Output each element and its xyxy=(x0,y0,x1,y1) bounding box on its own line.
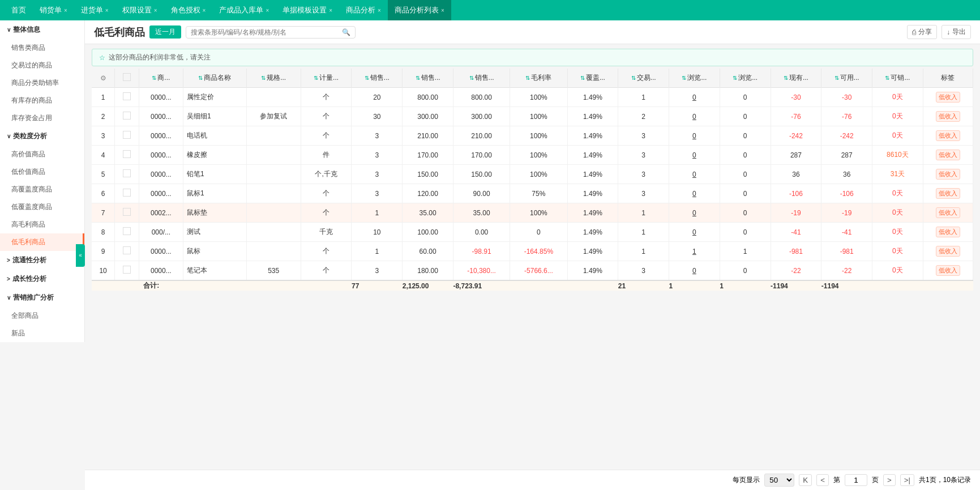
sidebar-item-sales-goods[interactable]: 销售类商品 xyxy=(0,39,84,57)
row-checkbox[interactable] xyxy=(115,107,139,126)
sidebar-section-growth[interactable]: > 成长性分析 xyxy=(0,270,84,288)
col-sellable[interactable]: ⇅可销... xyxy=(872,69,923,88)
row-views1[interactable]: 0 xyxy=(669,184,720,203)
row-checkbox[interactable] xyxy=(115,184,139,203)
row-views1[interactable]: 0 xyxy=(669,126,720,146)
row-checkbox[interactable] xyxy=(115,165,139,184)
row-sales-qty: 3 xyxy=(352,261,403,281)
sidebar-item-high-coverage[interactable]: 高覆盖度商品 xyxy=(0,181,84,198)
col-gear[interactable]: ⚙ xyxy=(92,69,115,88)
sidebar-item-high-value[interactable]: 高价值商品 xyxy=(0,146,84,163)
export-btn[interactable]: ↓ 导出 xyxy=(942,25,971,39)
row-coverage: 1.49% xyxy=(567,165,618,184)
next-page-btn[interactable]: > xyxy=(883,474,896,486)
col-views2[interactable]: ⇅浏览... xyxy=(720,69,771,88)
col-current-stock[interactable]: ⇅现有... xyxy=(771,69,821,88)
row-checkbox[interactable] xyxy=(115,88,139,107)
nav-home[interactable]: 首页 xyxy=(5,0,33,20)
row-available: -41 xyxy=(821,223,872,242)
row-sales-qty: 1 xyxy=(352,203,403,223)
col-coverage[interactable]: ⇅覆盖... xyxy=(567,69,618,88)
row-views1[interactable]: 0 xyxy=(669,165,720,184)
select-all-checkbox[interactable] xyxy=(123,73,131,81)
total-stock: -1194 xyxy=(771,280,821,291)
nav-sales-close[interactable]: × xyxy=(64,7,67,14)
row-views1[interactable]: 0 xyxy=(669,88,720,107)
nav-template-settings[interactable]: 单据模板设置 × xyxy=(276,0,339,20)
col-views1[interactable]: ⇅浏览... xyxy=(669,69,720,88)
nav-product-entry[interactable]: 产成品入库单 × xyxy=(212,0,276,20)
row-views1[interactable]: 0 xyxy=(669,146,720,165)
sidebar-section-granularity[interactable]: ∨ 类粒度分析 xyxy=(0,127,84,146)
row-tag: 低收入 xyxy=(923,203,973,223)
col-spec[interactable]: ⇅规格... xyxy=(246,69,301,88)
row-views1[interactable]: 0 xyxy=(669,223,720,242)
per-page-select[interactable]: 50 100 200 xyxy=(764,474,794,487)
gear-settings-icon[interactable]: ⚙ xyxy=(100,74,106,82)
col-transaction[interactable]: ⇅交易... xyxy=(618,69,669,88)
col-gross-margin[interactable]: ⇅毛利率 xyxy=(510,69,567,88)
nav-purchase[interactable]: 进货单 × xyxy=(74,0,115,20)
nav-purchase-close[interactable]: × xyxy=(105,7,109,14)
sidebar-item-stock-goods[interactable]: 有库存的商品 xyxy=(0,92,84,109)
sidebar-item-all-goods[interactable]: 全部商品 xyxy=(0,307,84,325)
sidebar-item-category-rate[interactable]: 商品分类助销率 xyxy=(0,74,84,92)
table-row: 1 0000... 属性定价 个 20 800.00 800.00 100% 1… xyxy=(92,88,973,107)
nav-permissions[interactable]: 权限设置 × xyxy=(115,0,164,20)
sidebar-section-overall[interactable]: ∨ 整体信息 xyxy=(0,20,84,39)
search-icon[interactable]: 🔍 xyxy=(342,28,350,36)
current-page-input[interactable] xyxy=(845,474,867,486)
sidebar-item-low-value[interactable]: 低价值商品 xyxy=(0,163,84,181)
row-checkbox[interactable] xyxy=(115,146,139,165)
nav-product-close[interactable]: × xyxy=(266,7,269,14)
nav-template-close[interactable]: × xyxy=(329,7,332,14)
row-checkbox[interactable] xyxy=(115,223,139,242)
row-sales-amount: 210.00 xyxy=(403,126,453,146)
row-checkbox[interactable] xyxy=(115,126,139,146)
share-btn[interactable]: ⎙ 分享 xyxy=(907,25,937,39)
nav-role-auth[interactable]: 角色授权 × xyxy=(164,0,213,20)
nav-role-close[interactable]: × xyxy=(203,7,206,14)
nav-analysis-list[interactable]: 商品分析列表 × xyxy=(388,0,451,20)
sidebar-collapse-btn[interactable]: « xyxy=(76,244,85,267)
sidebar-section-liquidity[interactable]: > 流通性分析 xyxy=(0,251,84,270)
row-tag: 低收入 xyxy=(923,261,973,281)
nav-analysis-list-close[interactable]: × xyxy=(441,7,444,14)
date-filter-btn[interactable]: 近一月 xyxy=(149,25,181,39)
col-sales-profit[interactable]: ⇅销售... xyxy=(453,69,510,88)
sidebar-section-marketing[interactable]: ∨ 营销推广分析 xyxy=(0,288,84,307)
nav-sales[interactable]: 销货单 × xyxy=(33,0,74,20)
col-sales-amount[interactable]: ⇅销售... xyxy=(403,69,453,88)
sidebar-item-traded-goods[interactable]: 交易过的商品 xyxy=(0,57,84,74)
col-checkbox[interactable] xyxy=(115,69,139,88)
row-views1[interactable]: 0 xyxy=(669,261,720,281)
sidebar-item-new-goods[interactable]: 新品 xyxy=(0,325,84,342)
row-checkbox[interactable] xyxy=(115,203,139,223)
sidebar-item-low-margin[interactable]: 低毛利商品 xyxy=(0,233,84,251)
nav-analysis-close[interactable]: × xyxy=(378,7,381,14)
prev-page-btn[interactable]: < xyxy=(816,474,829,486)
col-tag[interactable]: 标签 xyxy=(923,69,973,88)
row-views1[interactable]: 0 xyxy=(669,203,720,223)
col-code[interactable]: ⇅商... xyxy=(139,69,183,88)
last-page-btn[interactable]: >| xyxy=(900,474,914,486)
col-unit[interactable]: ⇅计量... xyxy=(301,69,352,88)
nav-product-analysis[interactable]: 商品分析 × xyxy=(339,0,388,20)
col-available[interactable]: ⇅可用... xyxy=(821,69,872,88)
first-page-btn[interactable]: K xyxy=(799,474,812,486)
col-name[interactable]: ⇅商品名称 xyxy=(183,69,246,88)
search-input[interactable] xyxy=(191,28,342,36)
table-body: 1 0000... 属性定价 个 20 800.00 800.00 100% 1… xyxy=(92,88,973,281)
nav-permissions-close[interactable]: × xyxy=(154,7,157,14)
row-sellable: 8610天 xyxy=(872,146,923,165)
row-code: 0002... xyxy=(139,203,183,223)
row-views1[interactable]: 1 xyxy=(669,242,720,261)
sidebar-item-stock-capital[interactable]: 库存资金占用 xyxy=(0,109,84,127)
col-sales-qty[interactable]: ⇅销售... xyxy=(352,69,403,88)
row-checkbox[interactable] xyxy=(115,242,139,261)
row-checkbox[interactable] xyxy=(115,261,139,281)
sidebar-item-low-coverage[interactable]: 低覆盖度商品 xyxy=(0,198,84,216)
row-name: 吴细细1 xyxy=(183,107,246,126)
row-views1[interactable]: 0 xyxy=(669,107,720,126)
sidebar-item-high-margin[interactable]: 高毛利商品 xyxy=(0,216,84,233)
